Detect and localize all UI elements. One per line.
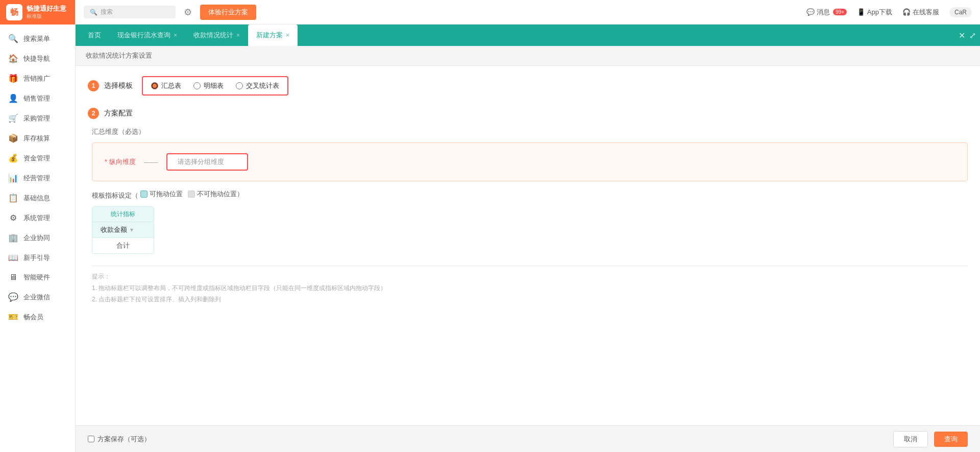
tab-close-bank[interactable]: × [174, 32, 177, 39]
inventory-icon: 📦 [8, 133, 18, 143]
search-icon: 🔍 [90, 9, 97, 16]
save-checkbox-label[interactable]: 方案保存（可选） [88, 435, 151, 444]
step2-section: 2 方案配置 汇总维度（必选） * 纵向维度 —— 请选择分组维度 [88, 108, 968, 305]
search-placeholder-text: 搜索 [101, 8, 113, 16]
tab-label-bank: 现金银行流水查询 [117, 31, 170, 40]
sidebar-item-sales[interactable]: 👤销售管理 [0, 88, 75, 108]
download-label: App下载 [867, 8, 892, 17]
topbar-search[interactable]: 🔍 搜索 [84, 6, 176, 18]
sidebar-item-enterprise[interactable]: 🏢企业协同 [0, 228, 75, 248]
nav-icon: 🏠 [8, 54, 18, 63]
indicators-label-row: 模板指标设定（ 可拖动位置 不可拖动位置） [92, 189, 968, 200]
save-label: 方案保存（可选） [97, 435, 151, 444]
arrow-icon: —— [144, 158, 158, 166]
sidebar-nav: 🔍搜索菜单🏠快捷导航🎁营销推广👤销售管理🛒采购管理📦库存核算💰资金管理📊经营管理… [0, 25, 75, 452]
radio-cross-input[interactable] [236, 82, 243, 89]
non-draggable-dot [188, 191, 195, 198]
sidebar-item-label-wechat: 企业微信 [23, 293, 50, 302]
expand-window-icon[interactable]: ⤢ [969, 31, 976, 40]
radio-summary[interactable]: 汇总表 [151, 81, 181, 90]
tab-new[interactable]: 新建方案× [248, 25, 298, 46]
user-avatar[interactable]: CaR [949, 7, 972, 17]
tab-receipt[interactable]: 收款情况统计× [185, 25, 248, 46]
tab-label-receipt: 收款情况统计 [193, 31, 233, 40]
indicator-row-0[interactable]: 收款金额 ▾ [92, 222, 154, 238]
gear-icon[interactable]: ⚙ [184, 7, 192, 18]
close-window-icon[interactable]: ✕ [959, 31, 965, 40]
operations-icon: 📊 [8, 173, 18, 183]
chevron-down-icon[interactable]: ▾ [130, 226, 133, 233]
sidebar-item-label-inventory: 库存核算 [23, 134, 50, 143]
sidebar-item-finance[interactable]: 💰资金管理 [0, 148, 75, 168]
industry-btn[interactable]: 体验行业方案 [200, 5, 256, 20]
sidebar-item-label-marketing: 营销推广 [23, 74, 50, 83]
main-content: 🔍 搜索 ⚙ 体验行业方案 💬 消息 99+ 📱 App下载 🎧 在线客服 Ca… [76, 0, 980, 452]
hardware-icon: 🖥 [8, 273, 18, 282]
indicators-label: 模板指标设定（ 可拖动位置 不可拖动位置） [92, 189, 243, 200]
summary-dimensions-title: 汇总维度（必选） [92, 127, 968, 136]
legend-draggable: 可拖动位置 [140, 189, 183, 199]
message-btn[interactable]: 💬 消息 99+ [806, 8, 847, 17]
save-checkbox[interactable] [88, 436, 94, 442]
sidebar-logo: 畅 畅捷通好生意 标准版 [0, 0, 75, 25]
tab-label-new: 新建方案 [256, 31, 283, 40]
topbar: 🔍 搜索 ⚙ 体验行业方案 💬 消息 99+ 📱 App下载 🎧 在线客服 Ca… [76, 0, 980, 25]
marketing-icon: 🎁 [8, 74, 18, 83]
sidebar-item-nav[interactable]: 🏠快捷导航 [0, 49, 75, 68]
indicators-section: 模板指标设定（ 可拖动位置 不可拖动位置） [92, 189, 968, 255]
tab-home[interactable]: 首页 [80, 25, 109, 46]
purchase-icon: 🛒 [8, 113, 18, 123]
step2-num: 2 [88, 108, 99, 119]
message-icon: 💬 [806, 8, 815, 16]
download-icon: 📱 [857, 8, 865, 16]
sidebar-item-member[interactable]: 🎫畅会员 [0, 307, 75, 327]
sales-icon: 👤 [8, 93, 18, 103]
query-button[interactable]: 查询 [934, 432, 968, 447]
logo-badge: 标准版 [27, 13, 66, 20]
sidebar-item-purchase[interactable]: 🛒采购管理 [0, 108, 75, 128]
cancel-button[interactable]: 取消 [893, 431, 928, 447]
sidebar-item-wechat[interactable]: 💬企业微信 [0, 287, 75, 307]
sidebar-item-hardware[interactable]: 🖥智能硬件 [0, 268, 75, 287]
sidebar-item-basic[interactable]: 📋基础信息 [0, 188, 75, 208]
radio-cross[interactable]: 交叉统计表 [236, 81, 279, 90]
sidebar-item-label-guide: 新手引导 [23, 253, 50, 263]
dimension-row: * 纵向维度 —— 请选择分组维度 [105, 153, 955, 171]
sidebar-item-label-operations: 经营管理 [23, 174, 50, 183]
sidebar-item-system[interactable]: ⚙系统管理 [0, 208, 75, 228]
sidebar-item-label-basic: 基础信息 [23, 194, 50, 203]
sidebar-item-label-hardware: 智能硬件 [23, 273, 50, 282]
sidebar-item-label-purchase: 采购管理 [23, 114, 50, 123]
radio-detail[interactable]: 明细表 [193, 81, 224, 90]
search-icon: 🔍 [8, 34, 18, 43]
dimension-select[interactable]: 请选择分组维度 [166, 153, 248, 171]
radio-detail-input[interactable] [193, 82, 201, 89]
tab-bank[interactable]: 现金银行流水查询× [109, 25, 185, 46]
sidebar-item-guide[interactable]: 📖新手引导 [0, 248, 75, 268]
support-btn[interactable]: 🎧 在线客服 [902, 8, 939, 17]
vertical-dim-label: * 纵向维度 [105, 157, 136, 166]
radio-summary-input[interactable] [151, 82, 158, 89]
step1-num: 1 [88, 80, 99, 91]
sidebar-item-marketing[interactable]: 🎁营销推广 [0, 68, 75, 88]
sidebar-item-inventory[interactable]: 📦库存核算 [0, 128, 75, 148]
tab-close-receipt[interactable]: × [236, 32, 240, 39]
logo-name: 畅捷通好生意 [27, 5, 66, 13]
tips-item-1: 2. 点击标题栏下拉可设置排序、插入列和删除列 [92, 294, 968, 305]
logo-icon: 畅 [6, 4, 22, 20]
sidebar-item-operations[interactable]: 📊经营管理 [0, 168, 75, 188]
content-area: 收款情况统计方案设置 1 选择模板 汇总表 明细表 [76, 46, 980, 425]
support-icon: 🎧 [902, 8, 911, 16]
draggable-dot [140, 191, 148, 198]
sidebar-item-search[interactable]: 🔍搜索菜单 [0, 29, 75, 49]
tab-close-new[interactable]: × [286, 32, 289, 39]
indicator-row-1: 合计 [92, 238, 154, 253]
radio-cross-label: 交叉统计表 [246, 81, 279, 90]
radio-summary-label: 汇总表 [161, 81, 181, 90]
indicators-header: 统计指标 [92, 207, 154, 222]
app-download-btn[interactable]: 📱 App下载 [857, 8, 892, 17]
page-breadcrumb: 收款情况统计方案设置 [76, 46, 980, 66]
basic-icon: 📋 [8, 193, 18, 203]
dimension-area: * 纵向维度 —— 请选择分组维度 [92, 142, 968, 181]
guide-icon: 📖 [8, 253, 18, 263]
